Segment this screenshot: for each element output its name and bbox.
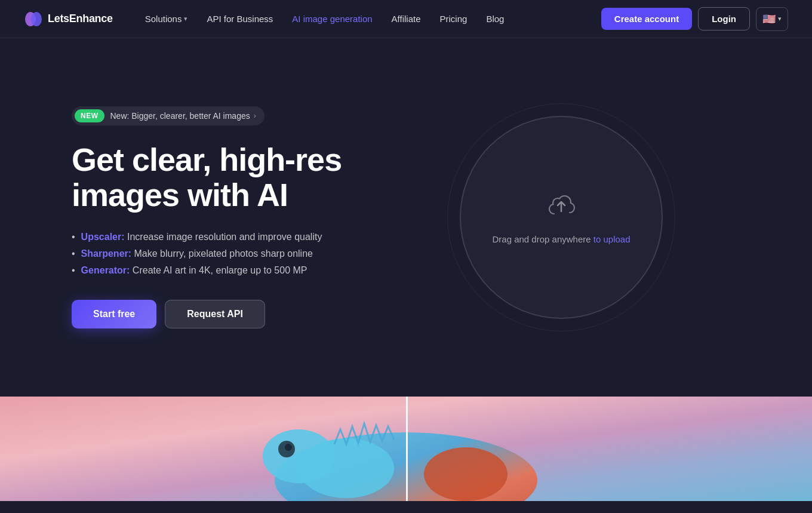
- logo-link[interactable]: LetsEnhance: [24, 10, 113, 29]
- cta-row: Start free Request API: [72, 300, 382, 328]
- nav-item-affiliate[interactable]: Affiliate: [383, 9, 429, 29]
- new-badge-wrapper[interactable]: NEW New: Bigger, clearer, better AI imag…: [72, 106, 264, 125]
- request-api-button[interactable]: Request API: [165, 300, 265, 328]
- upload-dropzone[interactable]: Drag and drop anywhere to upload: [460, 116, 663, 319]
- feature-label-sharpener: Sharpener:: [81, 248, 131, 259]
- new-badge: NEW: [75, 109, 104, 122]
- nav-links: Solutions ▾ API for Business AI image ge…: [137, 9, 601, 29]
- chevron-down-icon: ▾: [778, 15, 782, 23]
- svg-point-8: [285, 444, 292, 451]
- svg-point-5: [424, 447, 508, 501]
- feature-list: Upscaler: Increase image resolution and …: [72, 232, 382, 276]
- feature-generator: Generator: Create AI art in 4K, enlarge …: [72, 265, 382, 276]
- hero-section: NEW New: Bigger, clearer, better AI imag…: [0, 38, 812, 397]
- chevron-right-icon: ›: [254, 112, 256, 120]
- nav-actions: Create account Login 🇺🇸 ▾: [601, 7, 788, 31]
- svg-point-1: [31, 12, 42, 26]
- login-button[interactable]: Login: [698, 7, 750, 30]
- hero-content: NEW New: Bigger, clearer, better AI imag…: [72, 106, 382, 329]
- logo-text: LetsEnhance: [48, 13, 113, 25]
- upload-icon: [546, 191, 577, 225]
- start-free-button[interactable]: Start free: [72, 300, 156, 328]
- chevron-down-icon: ▾: [184, 15, 187, 23]
- badge-announcement: New: Bigger, clearer, better AI images ›: [110, 111, 256, 121]
- image-split-line: [406, 397, 408, 501]
- feature-upscaler: Upscaler: Increase image resolution and …: [72, 232, 382, 242]
- flag-icon: 🇺🇸: [762, 13, 776, 26]
- nav-item-solutions[interactable]: Solutions ▾: [137, 9, 196, 29]
- feature-label-upscaler: Upscaler:: [81, 232, 125, 242]
- feature-sharpener: Sharpener: Make blurry, pixelated photos…: [72, 248, 382, 259]
- feature-label-generator: Generator:: [81, 265, 130, 276]
- new-badge-row: NEW New: Bigger, clearer, better AI imag…: [72, 106, 382, 125]
- nav-item-ai-generation[interactable]: AI image generation: [284, 9, 380, 29]
- logo-icon: [24, 10, 43, 29]
- nav-item-pricing[interactable]: Pricing: [432, 9, 476, 29]
- nav-item-blog[interactable]: Blog: [478, 9, 512, 29]
- chameleon-image-section: [0, 397, 812, 501]
- hero-right: Drag and drop anywhere to upload: [382, 116, 740, 319]
- language-selector[interactable]: 🇺🇸 ▾: [756, 7, 788, 31]
- nav-item-api[interactable]: API for Business: [198, 9, 281, 29]
- create-account-button[interactable]: Create account: [601, 8, 692, 30]
- upload-instruction: Drag and drop anywhere to upload: [492, 234, 630, 244]
- upload-link[interactable]: to upload: [593, 234, 630, 244]
- svg-point-6: [263, 429, 334, 483]
- hero-heading: Get clear, high-res images with AI: [72, 142, 382, 213]
- navbar: LetsEnhance Solutions ▾ API for Business…: [0, 0, 812, 38]
